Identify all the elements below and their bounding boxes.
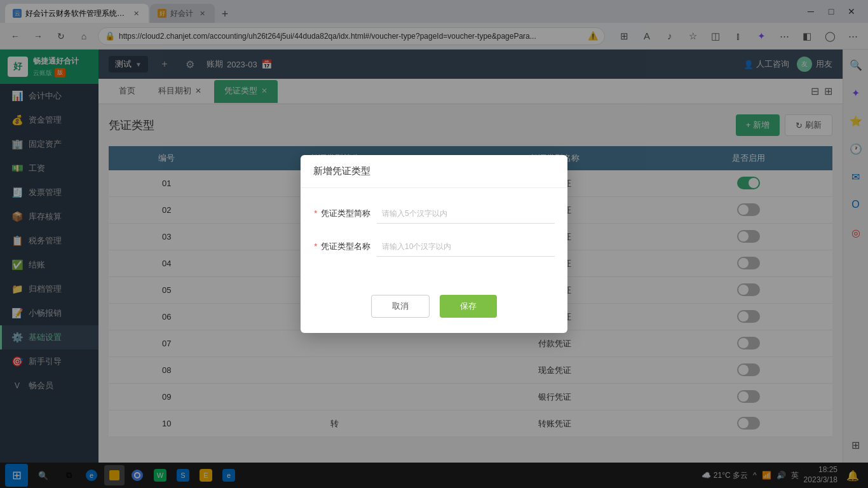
form-label-short: * 凭证类型简称 <box>313 208 377 219</box>
short-input[interactable] <box>377 203 555 224</box>
save-button[interactable]: 保存 <box>440 295 497 318</box>
name-input[interactable] <box>377 236 555 257</box>
dialog-footer: 取消 保存 <box>301 285 567 333</box>
dialog-header: 新增凭证类型 <box>301 155 567 188</box>
required-mark-2: * <box>314 241 317 251</box>
dialog-title: 新增凭证类型 <box>313 165 370 176</box>
form-row-short: * 凭证类型简称 <box>313 203 555 224</box>
dialog-body: * 凭证类型简称 * 凭证类型名称 <box>301 188 567 285</box>
form-label-name: * 凭证类型名称 <box>313 241 377 252</box>
required-mark-1: * <box>314 208 317 218</box>
dialog: 新增凭证类型 * 凭证类型简称 * 凭证类型名称 取消 保存 <box>301 155 567 333</box>
dialog-overlay: 新增凭证类型 * 凭证类型简称 * 凭证类型名称 取消 保存 <box>0 0 868 488</box>
cancel-button[interactable]: 取消 <box>371 295 430 318</box>
form-row-name: * 凭证类型名称 <box>313 236 555 257</box>
